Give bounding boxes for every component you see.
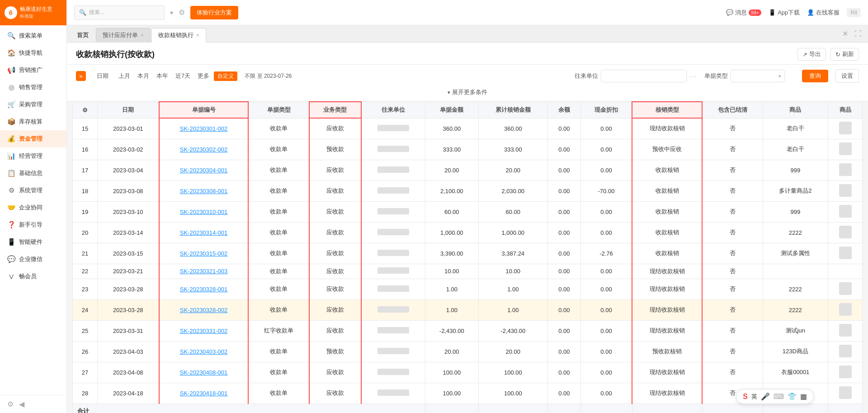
float-mic-icon[interactable]: 🎤 (761, 392, 770, 401)
row-code-link[interactable]: SK-20230310-001 (180, 209, 228, 215)
sidebar-icon-purchase: 🛒 (7, 100, 15, 109)
row-no: 28 (73, 383, 98, 404)
expand-more-btn[interactable]: ▾ 展开更多条件 (448, 88, 487, 96)
row-balance: 0.00 (547, 341, 580, 362)
tab-collection-close[interactable]: × (196, 32, 199, 38)
row-amount: 1,000.00 (425, 222, 478, 243)
sidebar-item-corp[interactable]: 🤝 企业协同 (0, 199, 66, 216)
sidebar-item-basic[interactable]: 📋 基础信息 (0, 165, 66, 182)
sidebar-item-wechat[interactable]: 💬 企业微信 (0, 251, 66, 268)
row-btype: 预收款 (309, 341, 361, 362)
row-code-link[interactable]: SK-20230301-002 (180, 125, 228, 132)
sidebar-item-finance[interactable]: 💰 资金管理 (0, 130, 66, 147)
tab-close-window[interactable]: ✕ (840, 29, 851, 38)
sidebar-item-operations[interactable]: 📊 经营管理 (0, 147, 66, 165)
filter-toggle-btn[interactable]: » (76, 71, 86, 81)
setting-button[interactable]: 设置 (835, 69, 859, 83)
date-btn-this-year[interactable]: 本年 (154, 71, 171, 81)
tab-prepay[interactable]: 预计应应付单 × (96, 28, 151, 43)
date-btn-last-month[interactable]: 上月 (116, 71, 133, 81)
row-code-link[interactable]: SK-20230304-001 (180, 167, 228, 174)
float-grid-icon[interactable]: ▦ (800, 392, 807, 401)
search-icon: 🔍 (79, 9, 86, 16)
partner-blurred (377, 348, 409, 354)
row-code-link[interactable]: SK-20230408-001 (180, 369, 228, 376)
row-code-link[interactable]: SK-20230418-001 (180, 390, 228, 397)
sidebar-label-hardware: 智能硬件 (19, 238, 42, 246)
sidebar-icon-search: 🔍 (7, 32, 15, 40)
topbar-dropdown-arrow[interactable]: ▾ (170, 9, 173, 16)
service-button[interactable]: 👤 在线客服 (807, 9, 840, 17)
export-button[interactable]: ↗ 导出 (797, 48, 826, 61)
sidebar-collapse-icon[interactable]: ◀ (19, 400, 24, 408)
row-code-link[interactable]: SK-20230308-001 (180, 188, 228, 195)
partner-input[interactable] (601, 70, 687, 82)
row-btype: 应收款 (309, 264, 361, 279)
sidebar-item-purchase[interactable]: 🛒 采购管理 (0, 96, 66, 113)
tab-collection[interactable]: 收款核销执行 × (151, 28, 206, 43)
row-no: 16 (73, 139, 98, 160)
msg-button[interactable]: 💬 消息 99+ (726, 9, 762, 17)
row-balance: 0.00 (547, 299, 580, 320)
sidebar-item-vip[interactable]: V 畅会员 (0, 268, 66, 285)
row-code-link[interactable]: SK-20230328-001 (180, 286, 228, 293)
table-row: 17 2023-03-04 SK-20230304-001 收款单 应收款 20… (73, 160, 863, 180)
row-amount: 333.00 (425, 139, 478, 160)
footer-verified (478, 404, 547, 413)
row-code-link[interactable]: SK-20230302-002 (180, 146, 228, 153)
tab-prepay-close[interactable]: × (141, 32, 144, 38)
row-code-link[interactable]: SK-20230328-002 (180, 307, 228, 313)
date-btn-more[interactable]: 更多 (195, 71, 212, 81)
float-eng-label[interactable]: 英 (751, 393, 757, 401)
sidebar-item-quick-nav[interactable]: 🏠 快捷导航 (0, 44, 66, 62)
topbar-search[interactable]: 🔍 搜索... (74, 5, 165, 20)
row-code-link[interactable]: SK-20230321-003 (180, 268, 228, 275)
date-custom-btn[interactable]: 自定义 (214, 71, 237, 81)
col-settings[interactable]: ⚙ (73, 102, 98, 118)
refresh-button[interactable]: ↻ 刷新 (830, 48, 859, 61)
table-row: 23 2023-03-28 SK-20230328-001 收款单 应收款 1.… (73, 279, 863, 299)
row-goods-img (828, 222, 863, 243)
tab-home[interactable]: 首页 (71, 28, 95, 43)
sidebar-item-inventory[interactable]: 📦 库存核算 (0, 113, 66, 130)
row-btype: 应收款 (309, 279, 361, 299)
partner-dots[interactable]: ··· (689, 73, 697, 80)
topbar-gear-icon[interactable]: ⚙ (179, 8, 185, 17)
table-area: ⚙ 日期 单据编号 单据类型 业务类型 往来单位 单据金额 累计核销金额 余额 … (67, 101, 868, 413)
sidebar-item-system[interactable]: ⚙ 系统管理 (0, 182, 66, 199)
app-download-button[interactable]: 📱 App下载 (769, 9, 800, 17)
sidebar-label-corp: 企业协同 (19, 204, 42, 212)
row-included: 否 (702, 160, 763, 180)
sidebar-item-sales[interactable]: ◎ 销售管理 (0, 79, 66, 96)
sidebar-item-marketing[interactable]: 📢 营销推广 (0, 62, 66, 79)
sidebar-icon-basic: 📋 (7, 169, 15, 177)
tab-maximize[interactable]: ⛶ (852, 30, 864, 38)
query-button[interactable]: 查询 (802, 70, 828, 82)
row-verified: 60.00 (478, 201, 547, 222)
row-verified: 2,030.00 (478, 180, 547, 201)
float-shirt-icon[interactable]: 👕 (788, 392, 797, 401)
solution-button[interactable]: 体验行业方案 (190, 6, 238, 19)
partner-blurred (377, 187, 409, 194)
row-code-link[interactable]: SK-20230314-001 (180, 229, 228, 236)
row-code-link[interactable]: SK-20230315-002 (180, 250, 228, 257)
row-amount: 20.00 (425, 160, 478, 180)
sidebar-item-hardware[interactable]: 📱 智能硬件 (0, 233, 66, 251)
row-discount: 0.00 (580, 299, 632, 320)
row-code-link[interactable]: SK-20230403-002 (180, 348, 228, 355)
sidebar-icon-marketing: 📢 (7, 66, 15, 74)
sidebar-item-guide[interactable]: ❓ 新手引导 (0, 216, 66, 233)
row-code-link[interactable]: SK-20230331-002 (180, 328, 228, 334)
sidebar-gear-icon[interactable]: ⚙ (7, 400, 14, 408)
date-btn-this-month[interactable]: 本月 (135, 71, 152, 81)
row-goods-img (828, 383, 863, 404)
row-cleartype: 现结收款核销 (632, 320, 702, 341)
voucher-type-select[interactable] (731, 70, 785, 82)
row-amount: 1.00 (425, 279, 478, 299)
sidebar-item-search[interactable]: 🔍 搜索菜单 (0, 27, 66, 44)
date-btn-7days[interactable]: 近7天 (173, 71, 193, 81)
partner-blurred (377, 166, 409, 173)
table-row: 27 2023-04-08 SK-20230408-001 收款单 应收款 10… (73, 362, 863, 383)
row-partner (361, 201, 425, 222)
float-keyboard-icon[interactable]: ⌨ (774, 392, 784, 401)
